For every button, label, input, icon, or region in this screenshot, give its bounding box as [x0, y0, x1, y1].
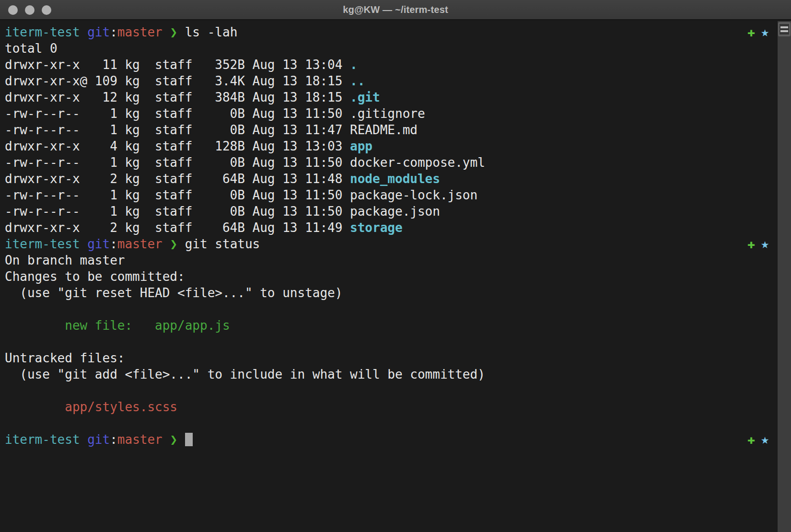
terminal-text: ..	[350, 74, 365, 88]
terminal-line: (use "git reset HEAD <file>..." to unsta…	[5, 285, 777, 301]
hamburger-menu-icon	[779, 24, 789, 35]
prompt-git-label: git	[87, 237, 110, 251]
plus-mark-icon: ✚	[747, 236, 755, 252]
terminal-text	[80, 25, 88, 39]
terminal-line: On branch master	[5, 252, 777, 268]
terminal-text: On branch master	[5, 253, 125, 267]
terminal-text	[80, 432, 88, 447]
terminal-line: drwxr-xr-x 4 kg staff 128B Aug 13 13:03 …	[5, 138, 777, 154]
terminal-text: -rw-r--r-- 1 kg staff 0B Aug 13 11:50 pa…	[5, 204, 440, 219]
terminal-line: drwxr-xr-x@ 109 kg staff 3.4K Aug 13 18:…	[5, 73, 777, 89]
terminal-line: -rw-r--r-- 1 kg staff 0B Aug 13 11:50 pa…	[5, 187, 777, 203]
untracked-file: app/styles.scss	[5, 400, 177, 414]
staged-file: new file: app/app.js	[5, 318, 230, 333]
prompt-branch: master	[117, 237, 163, 251]
terminal-line: Changes to be committed:	[5, 268, 777, 285]
terminal-text: .git	[350, 90, 380, 104]
terminal-line: -rw-r--r-- 1 kg staff 0B Aug 13 11:50 pa…	[5, 203, 777, 220]
terminal-text: -rw-r--r-- 1 kg staff 0B Aug 13 11:50 pa…	[5, 188, 477, 202]
terminal-line: iterm-test git:master ❯ git status✚★	[5, 236, 777, 252]
terminal-output[interactable]: iterm-test git:master ❯ ls -lah✚★total 0…	[0, 21, 777, 532]
prompt-dir: iterm-test	[5, 25, 80, 39]
prompt-branch: master	[117, 432, 163, 447]
terminal-text: storage	[350, 220, 403, 235]
terminal-text: drwxr-xr-x 11 kg staff 352B Aug 13 13:04	[5, 58, 350, 72]
terminal-text: app	[350, 139, 372, 153]
terminal-text	[163, 237, 170, 251]
terminal-text: Untracked files:	[5, 351, 125, 365]
terminal-text: -rw-r--r-- 1 kg staff 0B Aug 13 11:47 RE…	[5, 123, 418, 137]
terminal-line: app/styles.scss	[5, 399, 777, 415]
prompt-dir: iterm-test	[5, 237, 80, 251]
prompt-arrow: ❯	[170, 237, 177, 251]
command-text: ls -lah	[177, 25, 237, 39]
terminal-line	[5, 301, 777, 317]
terminal-text: drwxr-xr-x 2 kg staff 64B Aug 13 11:49	[5, 220, 350, 235]
terminal-text: drwxr-xr-x@ 109 kg staff 3.4K Aug 13 18:…	[5, 74, 350, 88]
window-title: kg@KW — ~/iterm-test	[343, 4, 448, 15]
terminal-line: (use "git add <file>..." to include in w…	[5, 366, 777, 382]
terminal-text: .	[350, 58, 358, 72]
terminal-text: :	[110, 25, 117, 39]
zoom-button[interactable]	[42, 5, 51, 15]
terminal-line	[5, 334, 777, 350]
scrollbar-top-button[interactable]	[778, 22, 791, 36]
terminal-text: :	[110, 432, 117, 447]
terminal-line: new file: app/app.js	[5, 317, 777, 334]
terminal-text: :	[110, 237, 117, 251]
terminal-text: drwxr-xr-x 4 kg staff 128B Aug 13 13:03	[5, 139, 350, 153]
terminal-text: drwxr-xr-x 2 kg staff 64B Aug 13 11:48	[5, 172, 350, 186]
terminal-text	[163, 25, 170, 39]
terminal-line	[5, 415, 777, 431]
prompt-marks: ✚★	[747, 236, 769, 252]
terminal-line: iterm-test git:master ❯ ✚★	[5, 431, 777, 448]
star-mark-icon: ★	[761, 24, 769, 40]
command-text: git status	[177, 237, 260, 251]
window-controls	[8, 5, 51, 15]
prompt-git-label: git	[87, 432, 110, 447]
terminal-line: drwxr-xr-x 12 kg staff 384B Aug 13 18:15…	[5, 89, 777, 105]
plus-mark-icon: ✚	[747, 24, 755, 40]
title-bar[interactable]: kg@KW — ~/iterm-test	[0, 0, 791, 20]
terminal-text	[80, 237, 88, 251]
iterm-window: kg@KW — ~/iterm-test iterm-test git:mast…	[0, 0, 791, 532]
star-mark-icon: ★	[761, 236, 769, 252]
prompt-branch: master	[117, 25, 163, 39]
terminal-text: -rw-r--r-- 1 kg staff 0B Aug 13 11:50 do…	[5, 155, 485, 170]
minimize-button[interactable]	[25, 5, 35, 15]
prompt-git-label: git	[87, 25, 110, 39]
terminal-line: iterm-test git:master ❯ ls -lah✚★	[5, 24, 777, 40]
terminal-line: total 0	[5, 40, 777, 57]
terminal-text: -rw-r--r-- 1 kg staff 0B Aug 13 11:50 .g…	[5, 106, 425, 121]
scrollbar-track[interactable]	[777, 21, 791, 532]
terminal-line: -rw-r--r-- 1 kg staff 0B Aug 13 11:47 RE…	[5, 122, 777, 138]
terminal-text	[177, 432, 185, 447]
plus-mark-icon: ✚	[747, 431, 755, 448]
terminal-text: (use "git add <file>..." to include in w…	[5, 367, 485, 382]
terminal-text: node_modules	[350, 172, 440, 186]
terminal-line	[5, 382, 777, 399]
terminal-line: drwxr-xr-x 2 kg staff 64B Aug 13 11:49 s…	[5, 220, 777, 236]
terminal-line: -rw-r--r-- 1 kg staff 0B Aug 13 11:50 do…	[5, 154, 777, 171]
terminal-text: drwxr-xr-x 12 kg staff 384B Aug 13 18:15	[5, 90, 350, 104]
star-mark-icon: ★	[761, 431, 769, 448]
prompt-marks: ✚★	[747, 431, 769, 448]
prompt-arrow: ❯	[170, 432, 177, 447]
terminal-cursor	[185, 433, 193, 446]
terminal-line: drwxr-xr-x 11 kg staff 352B Aug 13 13:04…	[5, 57, 777, 73]
terminal-text	[163, 432, 170, 447]
terminal-line: drwxr-xr-x 2 kg staff 64B Aug 13 11:48 n…	[5, 171, 777, 187]
prompt-marks: ✚★	[747, 24, 769, 40]
prompt-dir: iterm-test	[5, 432, 80, 447]
close-button[interactable]	[8, 5, 18, 15]
terminal-text: Changes to be committed:	[5, 269, 185, 284]
prompt-arrow: ❯	[170, 25, 177, 39]
terminal-text: (use "git reset HEAD <file>..." to unsta…	[5, 286, 342, 300]
terminal-line: -rw-r--r-- 1 kg staff 0B Aug 13 11:50 .g…	[5, 105, 777, 122]
terminal-line: Untracked files:	[5, 350, 777, 366]
terminal-text: total 0	[5, 41, 58, 56]
